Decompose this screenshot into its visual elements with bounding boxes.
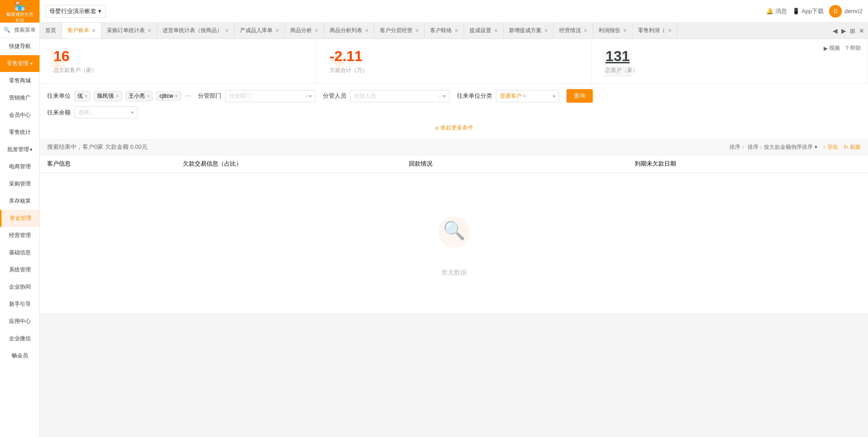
col-customer-info: 客户信息 [47, 160, 183, 168]
sidebar: 🏪 畅捷通好生意 标版 🔍 搜索菜单 快捷导航 零售管理 ▾ 零售商城 营销推广… [0, 0, 40, 437]
filter-more-tags[interactable]: ··· [185, 92, 191, 100]
sort-select[interactable]: 排序： 排序：按欠款金额倒序排序 ▾ [729, 143, 817, 151]
col-repayment: 回款情况 [409, 160, 635, 168]
sidebar-item-basic[interactable]: 基础信息 [0, 244, 39, 261]
tab-close-profit-report[interactable]: ✕ [623, 28, 627, 33]
avatar: D [829, 5, 842, 18]
tab-accounts[interactable]: 客户账本 ✕ [62, 23, 101, 39]
tab-close-new-achievement[interactable]: ✕ [544, 28, 548, 33]
app-download-btn[interactable]: 📱 App下载 [792, 7, 824, 15]
sidebar-item-vip[interactable]: 畅会员 [0, 347, 39, 365]
sidebar-item-wholesale[interactable]: 批发管理 ▾ [0, 141, 39, 158]
chevron-up-icon: ∧ [435, 125, 439, 131]
col-debt-info: 欠款交易信息（占比） [183, 160, 409, 168]
query-button[interactable]: 查询 [566, 89, 593, 103]
filter-balance-select[interactable]: 选择... ▾ [74, 106, 138, 119]
export-btn[interactable]: ↑ 导出 [823, 143, 838, 151]
tab-expand-btn[interactable]: ⊞ [849, 26, 856, 35]
empty-text: 暂无数据 [441, 269, 467, 277]
chevron-down-icon: ▾ [553, 94, 555, 99]
sidebar-item-finance[interactable]: 资金管理 [0, 210, 39, 227]
tab-close-all-btn[interactable]: ✕ [858, 26, 865, 35]
sidebar-item-member[interactable]: 会员中心 [0, 107, 39, 124]
sidebar-search[interactable]: 🔍 搜索菜单 [0, 23, 39, 38]
filter-manager-select[interactable]: 分管人员 ··· ▾ [350, 90, 450, 102]
tab-reminder-settings[interactable]: 提成设置 ✕ [464, 23, 504, 39]
sidebar-item-app-center[interactable]: 应用中心 [0, 313, 39, 330]
main-content: 母婴行业演示帐套 ▾ 🔔 消息 📱 App下载 D demo2 首页 客户账本 [40, 0, 868, 437]
filter-tag-unit-4-remove[interactable]: × [175, 93, 177, 99]
filter-tag-unit-3: 王小亮 × [125, 91, 153, 101]
stat-debt: ✦ -2.11 欠款合计（万） [316, 39, 592, 83]
stat-bg-icon-2: ✦ [325, 43, 352, 80]
filter-tag-unit-3-remove[interactable]: × [147, 93, 149, 99]
tab-close-product-analysis[interactable]: ✕ [315, 28, 318, 33]
tab-inventory-stats[interactable]: 进货单统计表（按商品） ✕ [157, 23, 235, 39]
filter-tag-unit-1-remove[interactable]: × [85, 93, 87, 99]
sidebar-item-wechat[interactable]: 企业微信 [0, 330, 39, 347]
sidebar-item-system[interactable]: 系统管理 [0, 261, 39, 279]
tab-customer-segment[interactable]: 客户分层经营 ✕ [374, 23, 425, 39]
tab-close-cost-entry[interactable]: ✕ [275, 28, 279, 33]
header: 母婴行业演示帐套 ▾ 🔔 消息 📱 App下载 D demo2 [40, 0, 868, 23]
empty-state: 🔍 暂无数据 [40, 173, 868, 313]
tab-close-retail-profit[interactable]: ✕ [668, 28, 671, 33]
header-right: 🔔 消息 📱 App下载 D demo2 [766, 5, 863, 18]
filter-unit-type-select[interactable]: 普通客户 × ▾ [496, 90, 559, 102]
tab-purchase-order[interactable]: 采购订单统计表 ✕ [101, 23, 157, 39]
messages-btn[interactable]: 🔔 消息 [766, 7, 787, 15]
sidebar-item-retail-stats[interactable]: 零售统计 [0, 124, 39, 141]
tab-close-customer-segment[interactable]: ✕ [415, 28, 419, 33]
tab-profit-report[interactable]: 利润报告 ✕ [593, 23, 633, 39]
user-menu[interactable]: D demo2 [829, 5, 863, 18]
tab-product-analysis-list[interactable]: 商品分析列表 ✕ [324, 23, 374, 39]
filter-label-unit-type: 往来单位分类 [457, 92, 492, 100]
filter-tag-unit-4: cjttcw × [156, 91, 181, 100]
sidebar-item-operations[interactable]: 经营管理 [0, 227, 39, 244]
filter-area: 往来单位 佤 × 陈民强 × 王小亮 × cjttcw [40, 84, 868, 139]
search-summary: 搜索结果中，客户0家 欠款金额 0.00元 [47, 143, 148, 151]
tab-customer-contact[interactable]: 客户联络 ✕ [425, 23, 464, 39]
sidebar-item-inventory[interactable]: 库存核算 [0, 193, 39, 210]
tab-retail-profit[interactable]: 零售利润（ ✕ [633, 23, 677, 39]
tab-close-operations-status[interactable]: ✕ [584, 28, 587, 33]
filter-tag-unit-type-remove[interactable]: × [523, 93, 526, 99]
sidebar-item-retail-mall[interactable]: 零售商城 [0, 72, 39, 90]
sidebar-item-purchase[interactable]: 采购管理 [0, 176, 39, 193]
tab-prev-btn[interactable]: ◀ [832, 26, 839, 35]
refresh-btn[interactable]: ↻ 刷新 [844, 143, 861, 151]
sidebar-item-enterprise[interactable]: 企业协同 [0, 279, 39, 296]
svg-text:🔍: 🔍 [443, 219, 465, 241]
tab-close-purchase-order[interactable]: ✕ [148, 28, 151, 33]
chevron-down-icon: ▾ [98, 8, 101, 14]
page-content: ¥ 16 总欠款客户（家） ✦ -2.11 欠款合计（万） 🏢 131 总客户（… [40, 39, 868, 437]
help-btn[interactable]: ? 帮助 [845, 44, 861, 52]
tab-home[interactable]: 首页 [40, 23, 62, 39]
video-btn[interactable]: ▶ 视频 [824, 44, 840, 52]
sidebar-item-retail-mgmt[interactable]: 零售管理 ▾ [0, 55, 39, 72]
tab-close-product-analysis-list[interactable]: ✕ [365, 28, 369, 33]
tab-new-achievement[interactable]: 新增提成方案 ✕ [504, 23, 554, 39]
tab-close-inventory-stats[interactable]: ✕ [225, 28, 229, 33]
tab-close-customer-contact[interactable]: ✕ [455, 28, 458, 33]
filter-tag-unit-2-remove[interactable]: × [115, 93, 118, 99]
account-selector[interactable]: 母婴行业演示帐套 ▾ [45, 5, 106, 18]
sidebar-item-quick-nav[interactable]: 快捷导航 [0, 38, 39, 55]
tab-operations-status[interactable]: 经营情况 ✕ [554, 23, 593, 39]
tab-product-analysis[interactable]: 商品分析 ✕ [285, 23, 324, 39]
filter-row-2: 往来余额 选择... ▾ [47, 106, 861, 119]
sidebar-item-ecommerce[interactable]: 电商管理 [0, 158, 39, 176]
sidebar-item-marketing[interactable]: 营销推广 [0, 90, 39, 107]
tab-close-accounts[interactable]: ✕ [92, 28, 96, 33]
sidebar-item-newbie[interactable]: 新手引导 [0, 296, 39, 313]
filter-dept-select[interactable]: 分管部门 ··· ▾ [225, 90, 316, 102]
stat-bg-icon-3: 🏢 [601, 45, 635, 77]
collapse-btn[interactable]: ∧ 收起更多条件 [435, 124, 473, 132]
tab-next-btn[interactable]: ▶ [840, 26, 847, 35]
chevron-down-icon: ▾ [443, 94, 446, 99]
tab-bar: 首页 客户账本 ✕ 采购订单统计表 ✕ 进货单统计表（按商品） ✕ 产成品入库单… [40, 23, 868, 39]
table-container: 客户信息 欠款交易信息（占比） 回款情况 到期未欠款日期 🔍 暂无数据 [40, 155, 868, 313]
tab-close-reminder-settings[interactable]: ✕ [494, 28, 498, 33]
filter-tag-unit-1: 佤 × [74, 91, 91, 101]
tab-cost-entry[interactable]: 产成品入库单 ✕ [235, 23, 285, 39]
